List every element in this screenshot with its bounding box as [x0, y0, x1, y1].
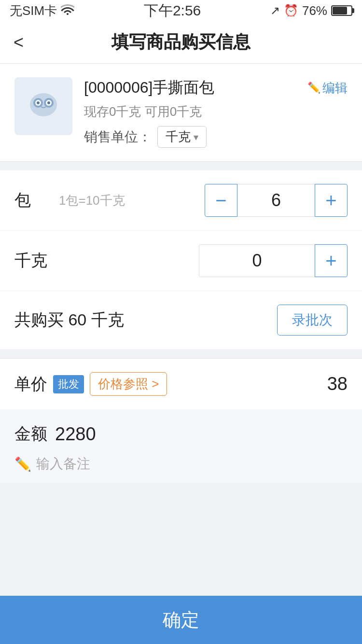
bao-plus-button[interactable]: +: [315, 184, 348, 217]
bao-quantity-input[interactable]: [237, 184, 315, 217]
product-unit-row: 销售单位： 千克 ▾: [84, 126, 348, 148]
unit-label: 销售单位：: [84, 128, 152, 146]
edit-icon: ✏️: [307, 82, 320, 94]
product-card: [0000006]手撕面包 ✏️ 编辑 现存0千克 可用0千克 销售单位： 千克…: [0, 64, 362, 162]
status-time: 下午2:56: [144, 1, 201, 21]
price-badge: 批发: [53, 375, 84, 393]
total-text: 共购买 60 千克: [14, 309, 124, 331]
price-section: 单价 批发 价格参照 > 38: [0, 358, 362, 409]
battery-percent: 76%: [302, 3, 327, 18]
bao-minus-button[interactable]: −: [205, 184, 237, 217]
section-divider-2: [0, 350, 362, 358]
amount-section: 金额 2280 ✏️ 输入备注: [0, 409, 362, 483]
batch-button[interactable]: 录批次: [277, 305, 348, 336]
product-stock: 现存0千克 可用0千克: [84, 103, 348, 120]
bao-label: 包: [14, 189, 53, 211]
kg-label: 千克: [14, 250, 53, 272]
product-image: [14, 77, 72, 135]
battery-icon: [331, 5, 352, 16]
nav-bar: < 填写商品购买信息: [0, 21, 362, 64]
unit-value: 千克: [166, 128, 191, 145]
section-divider-1: [0, 162, 362, 170]
product-name-row: [0000006]手撕面包 ✏️ 编辑: [84, 77, 348, 98]
kg-quantity-input[interactable]: [199, 244, 315, 277]
remark-row[interactable]: ✏️ 输入备注: [14, 455, 348, 473]
carrier-text: 无SIM卡: [10, 2, 57, 19]
amount-value: 2280: [55, 424, 96, 445]
page-title: 填写商品购买信息: [111, 30, 251, 54]
kg-quantity-control: +: [199, 244, 348, 277]
svg-point-5: [37, 101, 40, 104]
status-bar: 无SIM卡 下午2:56 ↗ ⏰ 76%: [0, 0, 362, 21]
location-icon: ↗: [270, 4, 280, 17]
total-row: 共购买 60 千克 录批次: [0, 291, 362, 350]
pencil-icon: ✏️: [14, 456, 31, 472]
price-row: 单价 批发 价格参照 > 38: [14, 372, 348, 396]
wifi-icon: [61, 3, 74, 18]
price-ref-button[interactable]: 价格参照 >: [90, 372, 167, 396]
product-owl-icon: [27, 89, 60, 124]
bao-row: 包 1包=10千克 − +: [0, 170, 362, 231]
remark-placeholder: 输入备注: [36, 455, 90, 473]
price-label-group: 单价 批发 价格参照 >: [14, 372, 167, 396]
form-section: 包 1包=10千克 − + 千克 +: [0, 170, 362, 291]
price-ref-label: 价格参照 >: [98, 376, 159, 392]
edit-button[interactable]: ✏️ 编辑: [307, 80, 348, 97]
amount-row: 金额 2280: [14, 423, 348, 445]
dropdown-arrow-icon: ▾: [194, 131, 198, 143]
status-left: 无SIM卡: [10, 2, 74, 19]
kg-plus-button[interactable]: +: [315, 244, 348, 277]
alarm-icon: ⏰: [284, 4, 298, 17]
status-right: ↗ ⏰ 76%: [270, 3, 352, 18]
price-value: 38: [327, 374, 348, 394]
kg-row: 千克 +: [0, 231, 362, 291]
confirm-button[interactable]: 确定: [0, 596, 362, 644]
product-name: [0000006]手撕面包: [84, 77, 214, 98]
bao-hint: 1包=10千克: [59, 192, 205, 209]
bao-quantity-control: − +: [205, 184, 348, 217]
amount-label: 金额: [14, 423, 47, 445]
product-info: [0000006]手撕面包 ✏️ 编辑 现存0千克 可用0千克 销售单位： 千克…: [84, 77, 348, 148]
price-label: 单价: [14, 373, 47, 395]
svg-point-6: [47, 101, 50, 104]
unit-selector[interactable]: 千克 ▾: [157, 126, 207, 148]
back-button[interactable]: <: [14, 32, 24, 53]
